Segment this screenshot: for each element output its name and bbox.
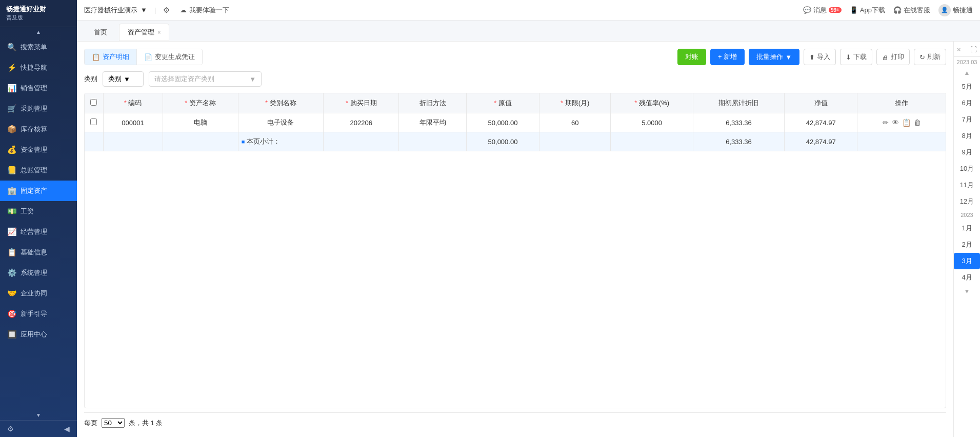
category-dropdown-icon: ▼ [249,75,256,83]
app-download-btn[interactable]: 📱 App下载 [850,6,885,15]
row-name: 电脑 [163,113,238,132]
th-initial-accumulated: 期初累计折旧 [693,93,784,113]
cal-month-4月[interactable]: 4月 [954,269,980,286]
row-actions: ✏ 👁 📋 🗑 [857,113,946,132]
refresh-button[interactable]: ↻ 刷新 [914,49,946,65]
sidebar-item-经营管理[interactable]: 📈经营管理 [0,222,77,242]
nav-icon-4: 📦 [7,125,16,134]
category-placeholder: 请选择固定资产类别 [154,74,214,84]
category-value-input[interactable]: 请选择固定资产类别 ▼ [149,71,262,87]
company-name: 医疗器械行业演示 [84,6,137,15]
view-icon[interactable]: 👁 [892,118,899,127]
service-icon: 🎧 [893,6,902,14]
sub-tab-voucher[interactable]: 📄 变更生成凭证 [137,49,202,65]
experience-icon: ☁ [180,6,187,14]
tab-close-icon[interactable]: × [157,29,161,35]
messages-btn[interactable]: 💬 消息 99+ [803,6,842,15]
calendar-expand-icon[interactable]: ⛶ [970,46,977,53]
cal-month-11月[interactable]: 11月 [954,177,980,193]
sidebar-item-快捷导航[interactable]: ⚡快捷导航 [0,57,77,78]
avatar: 👤 [938,4,951,16]
cal-scroll-up[interactable]: ▲ [954,67,980,78]
cal-month-6月[interactable]: 6月 [954,95,980,111]
category-type-select[interactable]: 类别 ▼ [103,71,144,87]
row-residual-rate: 5.0000 [611,113,693,132]
cal-month-10月[interactable]: 10月 [954,161,980,177]
sidebar-item-新手引导[interactable]: 🎯新手引导 [0,304,77,324]
row-checkbox-0[interactable] [90,118,97,125]
tab-home[interactable]: 首页 [85,24,116,41]
th-residual-rate: 残值率(%) [611,93,693,113]
sidebar-item-基础信息[interactable]: 📋基础信息 [0,242,77,263]
total-label: 条，共 1 条 [129,419,163,428]
nav-label-0: 搜索菜单 [21,43,47,52]
sidebar-item-搜索菜单[interactable]: 🔍搜索菜单 [0,37,77,57]
experience-link[interactable]: ☁ 我要体验一下 [180,6,229,15]
th-code: 编码 [103,93,163,113]
sidebar-scroll-up[interactable]: ▲ [0,27,77,37]
nav-icon-7: 🏢 [7,186,16,195]
toolbar-area: 📋 资产明细 📄 变更生成凭证 对账 + 新增 [84,49,946,65]
per-page-select[interactable]: 50 20 100 [102,418,125,428]
subtotal-label: ■ 本页小计： [238,132,323,151]
print-button[interactable]: 🖨 打印 [876,49,910,65]
settings-icon[interactable]: ⚙ [7,425,14,433]
sidebar-item-企业协同[interactable]: 🤝企业协同 [0,283,77,304]
sidebar-item-库存核算[interactable]: 📦库存核算 [0,119,77,140]
cal-month-2月[interactable]: 2月 [954,236,980,253]
collapse-icon[interactable]: ◀ [64,425,70,433]
tab-asset-management[interactable]: 资产管理 × [119,24,169,41]
import-icon: ⬆ [809,53,815,61]
sidebar-item-应用中心[interactable]: 🔲应用中心 [0,324,77,345]
cal-month-7月[interactable]: 7月 [954,111,980,128]
calendar-year: 2023.03 [957,57,977,67]
calendar-close-icon[interactable]: × [957,46,961,53]
nav-label-6: 总账管理 [21,166,47,175]
company-selector[interactable]: 医疗器械行业演示 ▼ [84,6,147,15]
settings-gear-icon[interactable]: ⚙ [163,6,170,15]
select-all-checkbox[interactable] [90,99,97,106]
sidebar-scroll-down[interactable]: ▼ [0,410,77,420]
th-net-value: 净值 [785,93,857,113]
right-sidebar-calendar: × ⛶ 2023.03 ▲ 5月6月7月8月9月10月11月12月 2023 1… [953,42,980,437]
sidebar-item-资金管理[interactable]: 💰资金管理 [0,140,77,160]
cal-scroll-down[interactable]: ▼ [954,286,980,297]
nav-label-8: 工资 [21,207,34,216]
th-purchase-date: 购买日期 [324,93,399,113]
pagination: 每页 50 20 100 条，共 1 条 [84,412,946,430]
online-service-btn[interactable]: 🎧 在线客服 [893,6,930,15]
download-button[interactable]: ⬇ 下载 [840,49,872,65]
sidebar-item-总账管理[interactable]: 📒总账管理 [0,160,77,181]
cal-month-8月[interactable]: 8月 [954,128,980,144]
nav-icon-8: 💵 [7,207,16,216]
batch-ops-button[interactable]: 批量操作 ▼ [749,49,799,65]
sidebar-item-工资[interactable]: 💵工资 [0,201,77,222]
th-original-value: 原值 [466,93,539,113]
user-btn[interactable]: 👤 畅捷通 [938,4,973,16]
sub-tab-asset-detail[interactable]: 📋 资产明细 [85,49,137,65]
cal-month-1月[interactable]: 1月 [954,220,980,236]
sidebar-item-采购管理[interactable]: 🛒采购管理 [0,98,77,119]
edit-icon[interactable]: ✏ [883,118,889,127]
sidebar-item-固定资产[interactable]: 🏢固定资产 [0,181,77,201]
row-depreciation: 年限平均 [399,113,467,132]
cal-month-9月[interactable]: 9月 [954,144,980,161]
new-button[interactable]: + 新增 [710,49,745,65]
download-icon: ⬇ [846,53,851,61]
sidebar-item-系统管理[interactable]: ⚙️系统管理 [0,263,77,283]
category-type-arrow: ▼ [124,75,130,83]
delete-icon[interactable]: 🗑 [914,118,921,127]
th-actions: 操作 [857,93,946,113]
import-button[interactable]: ⬆ 导入 [804,49,836,65]
dropdown-arrow: ▼ [141,6,147,14]
duizhang-button[interactable]: 对账 [677,49,706,65]
cal-month-12月[interactable]: 12月 [954,193,980,210]
copy-icon[interactable]: 📋 [902,118,911,127]
nav-label-13: 新手引导 [21,309,47,319]
cal-month-3月[interactable]: 3月 [954,253,980,269]
username: 畅捷通 [953,6,973,15]
tabbar: 首页 资产管理 × [77,21,980,42]
sidebar-item-销售管理[interactable]: 📊销售管理 [0,78,77,98]
topbar-right: 💬 消息 99+ 📱 App下载 🎧 在线客服 👤 畅捷通 [803,4,973,16]
cal-month-5月[interactable]: 5月 [954,78,980,95]
